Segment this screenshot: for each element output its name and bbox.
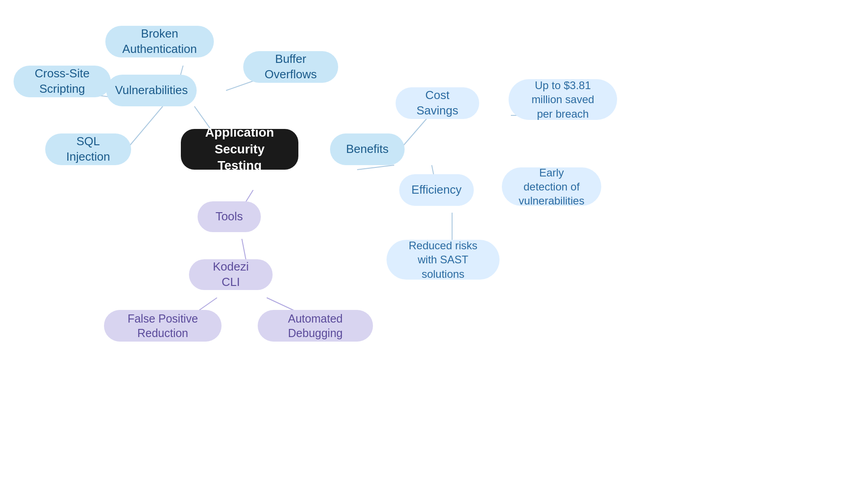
vulnerabilities-node: Vulnerabilities [106,75,197,106]
sql-injection-node: SQL Injection [45,133,131,165]
auto-debug-node: Automated Debugging [258,310,373,342]
early-detection-node: Early detection of vulnerabilities [502,167,601,206]
kodezi-node: Kodezi CLI [189,259,273,290]
cost-detail-node: Up to $3.81 million saved per breach [509,79,617,120]
svg-line-5 [357,165,394,170]
efficiency-node: Efficiency [399,174,474,206]
tools-node: Tools [198,201,261,232]
cross-site-node: Cross-Site Scripting [14,66,111,97]
reduced-risks-node: Reduced risks with SAST solutions [387,240,500,280]
broken-auth-node: Broken Authentication [105,26,214,57]
center-node: Static Application Security Testing (SAS… [181,129,298,170]
cost-savings-node: Cost Savings [396,87,479,119]
benefits-node: Benefits [330,133,405,165]
false-positive-node: False Positive Reduction [104,310,222,342]
buffer-overflows-node: Buffer Overflows [243,51,338,83]
svg-line-4 [127,106,163,149]
